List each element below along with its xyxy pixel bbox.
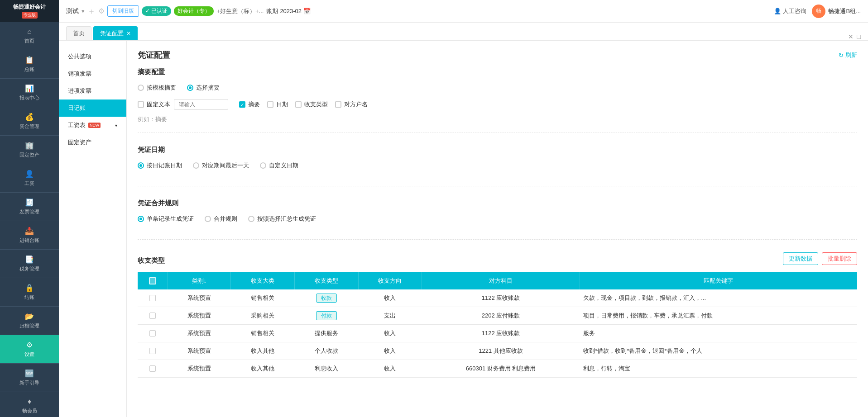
table-row: 系统预置收入其他利息收入收入660301 财务费用 利息费用利息，行转，淘宝 xyxy=(138,360,857,378)
sidebar-item-资金管理[interactable]: 💰资金管理 xyxy=(0,107,59,136)
merge-radio-rule[interactable]: 合并规则 xyxy=(205,215,237,223)
date-radio-custom[interactable]: 自定义日期 xyxy=(260,161,298,170)
row-type-3: 个人收款 xyxy=(294,342,358,360)
sidebar-icon-发票管理: 🧾 xyxy=(25,198,34,207)
logo-badge: 专业版 xyxy=(22,12,38,19)
type-tag-0[interactable]: 收款 xyxy=(316,294,337,303)
sidebar-label-报表中心: 报表中心 xyxy=(19,95,39,101)
summary-radio-template[interactable]: 按模板摘要 xyxy=(138,84,176,92)
sidebar-item-发票管理[interactable]: 🧾发票管理 xyxy=(0,193,59,221)
sidebar-item-报表中心[interactable]: 📊报表中心 xyxy=(0,79,59,107)
sidebar-item-设置[interactable]: ⚙设置 xyxy=(0,335,59,364)
date-radio-period-last[interactable]: 对应期间最后一天 xyxy=(193,161,249,170)
left-nav-item-日记账[interactable]: 日记账 xyxy=(59,100,126,117)
certified-badge: ✓ 已认证 xyxy=(142,6,171,16)
merge-rule-section: 凭证合并规则 单条记录生成凭证 合并规则 按照选择汇总生成凭证 xyxy=(138,199,857,240)
left-nav-item-工资表[interactable]: 工资表NEW▾ xyxy=(59,117,126,134)
left-nav-item-公共选项[interactable]: 公共选项 xyxy=(59,48,126,65)
table-header-1[interactable]: 类别↓ xyxy=(168,272,230,289)
sidebar-label-税务管理: 税务管理 xyxy=(19,265,39,272)
tab-首页[interactable]: 首页 xyxy=(66,26,91,40)
row-check-box-1[interactable] xyxy=(149,313,156,319)
update-data-button[interactable]: 更新数据 xyxy=(783,252,818,265)
merge-rule-title: 凭证合并规则 xyxy=(138,199,857,208)
sidebar-item-进销台账[interactable]: 📥进销台账 xyxy=(0,221,59,250)
user-menu[interactable]: 畅 畅捷通B组... xyxy=(812,5,861,18)
tab-凭证配置[interactable]: 凭证配置✕ xyxy=(93,26,138,40)
sidebar-icon-固定资产: 🏢 xyxy=(25,141,34,150)
sidebar-item-首页[interactable]: ⌂首页 xyxy=(0,22,59,50)
tab-close-凭证配置[interactable]: ✕ xyxy=(126,30,131,37)
tab-label-首页: 首页 xyxy=(73,29,85,38)
sidebar-item-结账[interactable]: 🔒结账 xyxy=(0,278,59,307)
merge-radio-summary[interactable]: 按照选择汇总生成凭证 xyxy=(248,215,316,223)
row-category-2: 系统预置 xyxy=(168,325,230,342)
sidebar-item-工资[interactable]: 👤工资 xyxy=(0,164,59,193)
refresh-button[interactable]: ↻ 刷新 xyxy=(839,51,857,59)
row-check-box-3[interactable] xyxy=(149,348,156,354)
select-all-checkbox[interactable] xyxy=(149,277,156,284)
row-check-box-2[interactable] xyxy=(149,330,156,336)
fixed-text-input[interactable] xyxy=(174,99,228,110)
window-maximize-icon[interactable]: □ xyxy=(857,33,861,40)
checkbox-date[interactable]: 日期 xyxy=(267,100,288,109)
merge-radio-single[interactable]: 单条记录生成凭证 xyxy=(138,215,194,223)
sidebar-item-固定资产[interactable]: 🏢固定资产 xyxy=(0,136,59,164)
sidebar-label-设置: 设置 xyxy=(24,351,34,358)
row-checkbox-3[interactable] xyxy=(138,342,168,360)
sidebar-label-新手引导: 新手引导 xyxy=(19,379,39,386)
batch-delete-button[interactable]: 批量删除 xyxy=(822,252,857,265)
checkbox-summary[interactable]: 摘要 xyxy=(239,100,260,109)
summary-radio-group: 按模板摘要 选择摘要 xyxy=(138,84,857,92)
table-header-2: 收支大类 xyxy=(230,272,294,289)
date-radio-journal[interactable]: 按日记账日期 xyxy=(138,161,182,170)
row-check-box-0[interactable] xyxy=(149,295,156,301)
sidebar-label-畅会员: 畅会员 xyxy=(22,408,37,414)
table-row: 系统预置采购相关付款支出2202 应付账款项目，日常费用，报销款，车费，承兑汇票… xyxy=(138,307,857,325)
add-icon[interactable]: ＋ xyxy=(87,6,96,17)
table-header-4: 收支方向 xyxy=(358,272,422,289)
checkbox-date-label: 日期 xyxy=(276,100,288,109)
main-content: 凭证配置 ↻ 刷新 摘要配置 按模板摘要 xyxy=(127,41,868,417)
new-badge-工资表: NEW xyxy=(88,123,101,128)
row-direction-0: 收入 xyxy=(358,289,422,307)
checkbox-counterpart[interactable]: 对方户名 xyxy=(335,100,368,109)
left-nav-item-进项发票[interactable]: 进项发票 xyxy=(59,82,126,100)
refresh-icon: ↻ xyxy=(839,52,844,59)
window-close-icon[interactable]: ✕ xyxy=(848,33,854,40)
left-nav-item-销项发票[interactable]: 销项发票 xyxy=(59,65,126,82)
service-icon: 👤 xyxy=(774,8,781,14)
calendar-icon[interactable]: 📅 xyxy=(303,8,311,14)
date-radio-custom-circle xyxy=(260,162,266,169)
sidebar-icon-新手引导: 🆕 xyxy=(25,369,34,378)
sidebar-item-新手引导[interactable]: 🆕新手引导 xyxy=(0,364,59,392)
switch-version-button[interactable]: 切到旧版 xyxy=(107,5,139,17)
row-checkbox-4[interactable] xyxy=(138,360,168,378)
fixed-text-checkbox[interactable]: 固定文本 xyxy=(138,100,170,109)
merge-radio-rule-circle xyxy=(205,216,211,222)
example-prefix: 例如： xyxy=(138,116,155,123)
row-checkbox-1[interactable] xyxy=(138,307,168,325)
left-nav-item-固定资产[interactable]: 固定资产 xyxy=(59,134,126,151)
type-tag-1[interactable]: 付款 xyxy=(316,311,337,320)
row-bigtype-2: 销售相关 xyxy=(230,325,294,342)
row-account-4: 660301 财务费用 利息费用 xyxy=(422,360,580,378)
settings-icon[interactable]: ⚙ xyxy=(98,7,105,15)
checkbox-type[interactable]: 收支类型 xyxy=(295,100,328,109)
sidebar-item-税务管理[interactable]: 📑税务管理 xyxy=(0,250,59,278)
row-check-box-4[interactable] xyxy=(149,365,156,372)
sidebar-item-归档管理[interactable]: 📂归档管理 xyxy=(0,307,59,335)
checkbox-date-box xyxy=(267,101,273,108)
row-checkbox-0[interactable] xyxy=(138,289,168,307)
sidebar-icon-税务管理: 📑 xyxy=(25,255,34,264)
service-button[interactable]: 👤 人工咨询 xyxy=(774,7,806,15)
left-nav-label-工资表: 工资表 xyxy=(68,121,86,129)
radio-template-label: 按模板摘要 xyxy=(147,84,176,92)
page-header: 凭证配置 ↻ 刷新 xyxy=(138,50,857,61)
dropdown-arrow-icon[interactable]: ▾ xyxy=(82,8,85,14)
tab-label-凭证配置: 凭证配置 xyxy=(100,29,124,38)
row-checkbox-2[interactable] xyxy=(138,325,168,342)
summary-radio-select[interactable]: 选择摘要 xyxy=(187,84,220,92)
sidebar-item-畅会员[interactable]: ♦畅会员 xyxy=(0,392,59,417)
sidebar-item-总账[interactable]: 📋总账 xyxy=(0,50,59,79)
